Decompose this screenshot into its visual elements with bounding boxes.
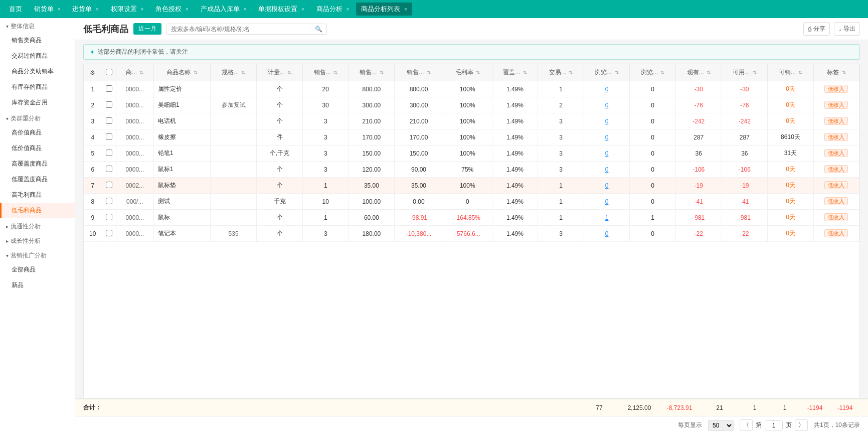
row-checkbox[interactable] bbox=[106, 150, 112, 156]
cell-settings: 7 bbox=[84, 178, 102, 194]
main-layout: ▾ 整体信息 销售类商品 交易过的商品 商品分类助销率 有库存的商品 库存资金占… bbox=[0, 18, 868, 434]
cell-settings: 4 bbox=[84, 129, 102, 146]
col-sellable-days[interactable]: 可销... ⇅ bbox=[768, 64, 814, 81]
cell-view2: 0 bbox=[630, 194, 676, 210]
nav-permission-settings[interactable]: 权限设置 × bbox=[106, 3, 148, 16]
cell-view1[interactable]: 0 bbox=[584, 97, 630, 113]
row-checkbox[interactable] bbox=[106, 85, 112, 92]
cell-view1[interactable]: 0 bbox=[584, 178, 630, 194]
cell-available-stock: -30 bbox=[722, 81, 768, 97]
nav-close-product-analysis-list[interactable]: × bbox=[404, 7, 407, 12]
nav-product-inbound[interactable]: 产成品入库单 × bbox=[196, 3, 251, 16]
cell-view1[interactable]: 0 bbox=[584, 146, 630, 162]
tag-badge: 低收入 bbox=[824, 85, 848, 93]
prev-page-button[interactable]: 〈 bbox=[740, 419, 753, 431]
nav-close-product-analysis[interactable]: × bbox=[346, 7, 349, 12]
cell-spec: 535 bbox=[210, 226, 257, 242]
sidebar-group-liquidity[interactable]: ▸ 流通性分析 bbox=[0, 218, 75, 233]
cell-view1[interactable]: 0 bbox=[584, 129, 630, 146]
select-all-checkbox[interactable] bbox=[106, 69, 112, 75]
cell-view1[interactable]: 0 bbox=[584, 81, 630, 97]
col-view2[interactable]: 浏览... ⇅ bbox=[630, 64, 676, 81]
sidebar-item-high-gross[interactable]: 高毛利商品 bbox=[0, 187, 75, 203]
nav-close-purchase-order[interactable]: × bbox=[96, 7, 99, 12]
row-checkbox[interactable] bbox=[106, 198, 112, 204]
nav-home[interactable]: 首页 bbox=[4, 3, 27, 16]
sidebar-item-low-gross[interactable]: 低毛利商品 bbox=[0, 203, 75, 218]
row-checkbox[interactable] bbox=[106, 182, 112, 188]
col-spec[interactable]: 规格... ⇅ bbox=[210, 64, 257, 81]
cell-settings: 3 bbox=[84, 113, 102, 129]
col-view1[interactable]: 浏览... ⇅ bbox=[584, 64, 630, 81]
sidebar-group-cluster[interactable]: ▾ 类群重分析 bbox=[0, 110, 75, 125]
sidebar-group-growth[interactable]: ▸ 成长性分析 bbox=[0, 233, 75, 247]
cell-view1[interactable]: 0 bbox=[584, 162, 630, 178]
nav-sales-order[interactable]: 销货单 × bbox=[29, 3, 65, 16]
row-checkbox[interactable] bbox=[106, 101, 112, 108]
cell-available-stock: 36 bbox=[722, 146, 768, 162]
cell-current-stock: -30 bbox=[675, 81, 722, 97]
cell-unit: 个 bbox=[257, 97, 303, 113]
nav-purchase-order[interactable]: 进货单 × bbox=[67, 3, 103, 16]
nav-close-role-auth[interactable]: × bbox=[186, 7, 189, 12]
nav-close-product-inbound[interactable]: × bbox=[244, 7, 247, 12]
sidebar-item-low-coverage[interactable]: 低覆盖度商品 bbox=[0, 172, 75, 187]
cell-view1[interactable]: 0 bbox=[584, 113, 630, 129]
sidebar-group-marketing[interactable]: ▾ 营销推广分析 bbox=[0, 247, 75, 262]
cell-view1[interactable]: 1 bbox=[584, 210, 630, 226]
filter-period-button[interactable]: 近一月 bbox=[133, 23, 161, 35]
col-sales-gross[interactable]: 销售... ⇅ bbox=[395, 64, 443, 81]
page-number-input[interactable] bbox=[765, 420, 783, 430]
col-code[interactable]: 商... ⇅ bbox=[116, 64, 153, 81]
export-button[interactable]: ↓ 导出 bbox=[834, 22, 860, 36]
row-checkbox[interactable] bbox=[106, 214, 112, 220]
sidebar-group-overall[interactable]: ▾ 整体信息 bbox=[0, 18, 75, 33]
cell-trade: 3 bbox=[538, 226, 584, 242]
nav-close-sales-order[interactable]: × bbox=[58, 7, 61, 12]
totals-view1: 1 bbox=[740, 404, 770, 411]
cell-view1[interactable]: 0 bbox=[584, 226, 630, 242]
row-checkbox[interactable] bbox=[106, 117, 112, 124]
sidebar-item-traded-goods[interactable]: 交易过的商品 bbox=[0, 48, 75, 64]
sidebar-item-high-value[interactable]: 高价值商品 bbox=[0, 125, 75, 140]
col-unit[interactable]: 计量... ⇅ bbox=[257, 64, 303, 81]
col-coverage[interactable]: 覆盖... ⇅ bbox=[492, 64, 538, 81]
col-tag[interactable]: 标签 ⇅ bbox=[813, 64, 859, 81]
col-sales-count[interactable]: 销售... ⇅ bbox=[303, 64, 349, 81]
table-row: 2 0000... 吴细细1 参加复试 个 30 300.00 300.00 1… bbox=[84, 97, 859, 113]
sidebar-item-new-goods[interactable]: 新品 bbox=[0, 277, 75, 293]
search-box: 🔍 bbox=[166, 24, 327, 35]
nav-template-settings[interactable]: 单据模板设置 × bbox=[253, 3, 309, 16]
nav-product-analysis[interactable]: 商品分析 × bbox=[311, 3, 354, 16]
sidebar-item-category-assist[interactable]: 商品分类助销率 bbox=[0, 64, 75, 79]
nav-role-auth[interactable]: 角色授权 × bbox=[150, 3, 193, 16]
col-sales-price[interactable]: 销售... ⇅ bbox=[349, 64, 395, 81]
search-input[interactable] bbox=[171, 26, 315, 33]
col-name[interactable]: 商品名称 ⇅ bbox=[153, 64, 210, 81]
page-size-select[interactable]: 20 50 100 200 bbox=[708, 420, 734, 431]
sidebar-item-stocked-goods[interactable]: 有库存的商品 bbox=[0, 79, 75, 95]
cell-sales-count: 1 bbox=[303, 178, 349, 194]
col-trade[interactable]: 交易... ⇅ bbox=[538, 64, 584, 81]
sidebar-item-sales-goods[interactable]: 销售类商品 bbox=[0, 33, 75, 48]
share-button[interactable]: ⎙ 分享 bbox=[803, 22, 830, 36]
nav-close-permission-settings[interactable]: × bbox=[141, 7, 144, 12]
sidebar-item-all-goods[interactable]: 全部商品 bbox=[0, 262, 75, 277]
row-checkbox[interactable] bbox=[106, 230, 112, 236]
nav-product-analysis-list[interactable]: 商品分析列表 × bbox=[356, 3, 412, 16]
col-settings[interactable]: ⚙ bbox=[84, 64, 102, 81]
sidebar-item-low-value[interactable]: 低价值商品 bbox=[0, 140, 75, 156]
col-available-stock[interactable]: 可用... ⇅ bbox=[722, 64, 768, 81]
col-gross-rate[interactable]: 毛利率 ⇅ bbox=[443, 64, 492, 81]
row-checkbox[interactable] bbox=[106, 166, 112, 172]
cell-unit: 个 bbox=[257, 113, 303, 129]
export-icon: ↓ bbox=[838, 26, 841, 33]
row-checkbox[interactable] bbox=[106, 133, 112, 140]
cell-view1[interactable]: 0 bbox=[584, 194, 630, 210]
col-current-stock[interactable]: 现有... ⇅ bbox=[675, 64, 722, 81]
sidebar-item-stock-capital[interactable]: 库存资金占用 bbox=[0, 95, 75, 110]
next-page-button[interactable]: 〉 bbox=[795, 419, 808, 431]
nav-close-template-settings[interactable]: × bbox=[301, 7, 304, 12]
sidebar-item-high-coverage[interactable]: 高覆盖度商品 bbox=[0, 156, 75, 172]
chevron-right-icon: ▸ bbox=[6, 238, 9, 244]
